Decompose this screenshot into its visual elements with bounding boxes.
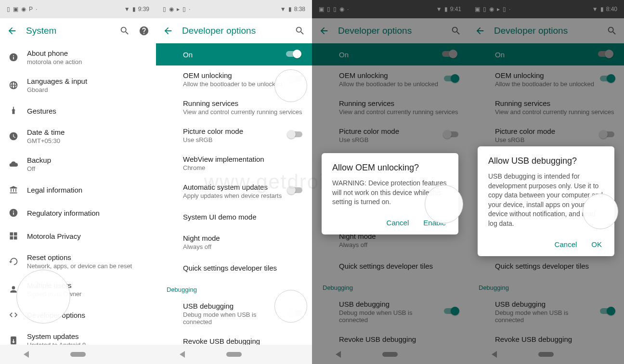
row-languages[interactable]: Languages & inputGboard — [0, 71, 156, 99]
search-icon[interactable] — [119, 26, 130, 36]
nav-home[interactable] — [215, 352, 253, 357]
row-system-updates[interactable]: System updatesUpdated to Android 9 — [0, 326, 156, 345]
panel-system: ▯ ▣ ◉ P · ▼ ▮ 9:39 System About phonemot… — [0, 0, 156, 364]
wifi-icon: ▼ — [280, 6, 286, 13]
sim-icon: ▯ — [7, 6, 10, 13]
dialog-title: Allow OEM unlocking? — [332, 163, 448, 173]
dialog-title: Allow USB debugging? — [488, 156, 604, 166]
grid-icon — [9, 231, 27, 241]
status-time: 8:38 — [294, 6, 305, 13]
row-moto-privacy[interactable]: Motorola Privacy — [0, 224, 156, 247]
update-icon — [9, 336, 27, 345]
row-reset[interactable]: Reset optionsNetwork, apps, or device ca… — [0, 247, 156, 275]
highlight-usb-switch — [274, 290, 307, 323]
panel-dev-options: ▯◉▸▯· ▼▮8:38 Developer options On OEM un… — [156, 0, 312, 364]
clock-icon — [9, 131, 27, 141]
restore-icon — [9, 257, 27, 266]
row-gestures[interactable]: Gestures — [0, 99, 156, 122]
row-qs-tiles[interactable]: Quick settings developer tiles — [156, 256, 312, 279]
status-bar: ▯ ▣ ◉ P · ▼ ▮ 9:39 — [0, 0, 156, 18]
settings-list[interactable]: About phonemotorola one action Languages… — [0, 43, 156, 345]
row-legal[interactable]: Legal information — [0, 178, 156, 201]
appbar-title: Developer options — [182, 26, 286, 36]
back-icon[interactable] — [7, 26, 17, 36]
master-switch[interactable] — [285, 50, 301, 58]
row-night-mode[interactable]: Night modeAlways off — [156, 228, 312, 256]
row-auto-updates[interactable]: Automatic system updatesApply updates wh… — [156, 177, 312, 205]
battery-icon: ▮ — [132, 6, 136, 13]
nfc-icon: ▣ — [13, 6, 18, 13]
nav-back[interactable] — [7, 351, 45, 358]
back-icon[interactable] — [163, 26, 173, 36]
master-toggle-bar[interactable]: On — [156, 43, 312, 65]
row-backup[interactable]: BackupOff — [0, 150, 156, 178]
info-icon — [9, 52, 27, 62]
auto-update-switch[interactable] — [287, 186, 303, 195]
row-picture-color[interactable]: Picture color modeUse sRGB — [156, 121, 312, 149]
help-icon[interactable] — [139, 26, 149, 36]
dot-icon: · — [36, 6, 37, 13]
panel-usb-dialog: ▣▯◉▸▯· ▼▮8:40 Developer options On OEM u… — [468, 0, 624, 364]
dev-list[interactable]: On OEM unlockingAllow the bootloader to … — [156, 43, 312, 345]
color-switch[interactable] — [287, 130, 303, 139]
balance-icon — [9, 185, 27, 195]
cloud-icon — [9, 159, 27, 169]
status-time: 9:39 — [138, 6, 149, 13]
row-webview[interactable]: WebView implementationChrome — [156, 149, 312, 177]
p-icon: P — [29, 6, 33, 13]
dialog-ok-button[interactable]: OK — [589, 237, 604, 251]
highlight-oem-switch — [274, 69, 307, 102]
dialog-cancel-button[interactable]: Cancel — [553, 237, 579, 251]
highlight-ok — [583, 194, 618, 229]
nav-bar — [0, 345, 156, 364]
nav-back[interactable] — [163, 351, 201, 358]
appbar-title: System — [26, 26, 111, 36]
screenshots-row: ▯ ▣ ◉ P · ▼ ▮ 9:39 System About phonemot… — [0, 0, 624, 364]
highlight-enable — [425, 185, 463, 223]
row-date-time[interactable]: Date & timeGMT+05:30 — [0, 122, 156, 150]
dialog-cancel-button[interactable]: Cancel — [385, 216, 411, 230]
info-icon — [9, 208, 27, 218]
row-regulatory[interactable]: Regulatory information — [0, 201, 156, 224]
battery-icon: ▮ — [288, 6, 292, 13]
highlight-developer-options — [16, 270, 70, 324]
app-bar: Developer options — [156, 18, 312, 43]
globe-icon — [9, 80, 27, 90]
row-about-phone[interactable]: About phonemotorola one action — [0, 43, 156, 71]
nav-bar — [156, 345, 312, 364]
panel-oem-dialog: ▣▯▯◉· ▼▮9:41 Developer options On OEM un… — [312, 0, 468, 364]
nav-home[interactable] — [59, 352, 97, 357]
status-bar: ▯◉▸▯· ▼▮8:38 — [156, 0, 312, 18]
row-demo-mode[interactable]: System UI demo mode — [156, 205, 312, 228]
app-bar: System — [0, 18, 156, 43]
wifi-icon: ▼ — [124, 6, 130, 13]
shield-icon: ◉ — [21, 6, 26, 13]
row-revoke-usb[interactable]: Revoke USB debugging authorizations — [156, 331, 312, 345]
search-icon[interactable] — [295, 26, 305, 36]
on-label: On — [183, 51, 193, 59]
gesture-icon — [9, 106, 27, 116]
